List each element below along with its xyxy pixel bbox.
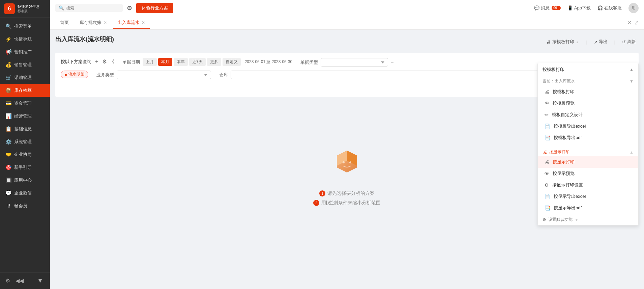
customer-service-label: 在线客服 — [604, 5, 622, 11]
date-btn-this-year[interactable]: 本年 — [174, 58, 188, 66]
refresh-button[interactable]: ↺ 刷新 — [619, 37, 639, 46]
main-area: 🔍 ⚙ 体验行业方案 💬 消息 99+ 📱 App下载 🎧 在线客服 用 — [50, 0, 644, 289]
sidebar-item-operations[interactable]: 📊 经营管理 — [0, 110, 50, 123]
tab-window-btns: ✕ ⤢ — [627, 20, 639, 26]
empty-hint-1-text: 请先选择要分析的方案 — [327, 190, 375, 196]
filter-collapse-button[interactable]: 《 — [110, 59, 114, 65]
date-btn-last7[interactable]: 近7天 — [189, 58, 206, 66]
filter-business-type-select[interactable] — [117, 71, 211, 79]
dropdown-item-display-export-pdf[interactable]: 📑 按显示导出pdf — [538, 202, 638, 214]
search-icon: 🔍 — [5, 23, 11, 29]
dropdown-up-icon[interactable]: ▲ — [630, 67, 634, 72]
dropdown-item-template-export-excel[interactable]: 📄 按模板导出excel — [538, 121, 638, 132]
app-name: 畅捷通好生意 — [18, 4, 40, 9]
app-download-label: App下载 — [574, 5, 591, 11]
dropdown-item-template-custom[interactable]: ✏ 模板自定义设计 — [538, 109, 638, 121]
dropdown-item-display-settings[interactable]: ⚙ 按显示打印设置 — [538, 179, 638, 191]
sidebar-item-search[interactable]: 🔍 搜索菜单 — [0, 20, 50, 33]
dropdown-item-template-print[interactable]: 🖨 按模板打印 — [538, 86, 638, 98]
topbar-search-box[interactable]: 🔍 — [55, 4, 123, 12]
sidebar-item-system-label: 系统管理 — [14, 139, 32, 145]
set-default-icon: ⚙ — [543, 217, 546, 222]
sidebar-item-sales[interactable]: 💰 销售管理 — [0, 58, 50, 71]
set-default-button[interactable]: ⚙ 设置默认功能 ▼ — [543, 217, 579, 222]
sidebar-item-basic-label: 基础信息 — [14, 126, 32, 132]
tab-flow[interactable]: 出入库流水 ✕ — [113, 17, 150, 29]
sidebar-scroll-down[interactable]: ▼ — [36, 276, 45, 286]
industry-solution-button[interactable]: 体验行业方案 — [136, 3, 173, 13]
tab-batch[interactable]: 库存批次账 ✕ — [75, 17, 112, 29]
sidebar-item-wechat[interactable]: 💬 企业微信 — [0, 187, 50, 200]
topbar-search-input[interactable] — [66, 6, 113, 10]
sidebar-item-basic[interactable]: 📋 基础信息 — [0, 123, 50, 135]
filter-bill-type-select[interactable] — [321, 58, 388, 67]
filter-date-range: 2023-06-01 至 2023-06-30 — [245, 59, 292, 65]
basic-icon: 📋 — [5, 126, 11, 132]
tab-flow-close[interactable]: ✕ — [142, 20, 145, 25]
sidebar-item-sales-label: 销售管理 — [14, 62, 32, 68]
dropdown-header: 按模板打印 ▲ — [538, 63, 638, 76]
tab-expand-btn[interactable]: ⤢ — [634, 20, 639, 26]
sidebar-item-finance[interactable]: 💳 资金管理 — [0, 97, 50, 110]
print-dropdown-panel: 按模板打印 ▲ 当前：出入库流水 ▼ 🖨 按模板打印 👁 按模板预览 ✏ — [537, 63, 639, 226]
sidebar-item-shortcut[interactable]: ⚡ 快捷导航 — [0, 33, 50, 46]
message-action[interactable]: 💬 消息 99+ — [534, 5, 561, 11]
display-print-icon: 🖨 — [545, 159, 549, 165]
dropdown-item-display-preview[interactable]: 👁 按显示预览 — [538, 168, 638, 179]
empty-hint-2: 2 用[过滤]条件来缩小分析范围 — [313, 200, 381, 206]
finance-icon: 💳 — [5, 100, 11, 106]
export-button[interactable]: ↗ 导出 — [591, 37, 610, 46]
dropdown-item-template-preview[interactable]: 👁 按模板预览 — [538, 98, 638, 109]
date-btn-more[interactable]: 更多 — [207, 58, 221, 66]
sidebar: 6 畅捷通好生意 标准版 🔍 搜索菜单 ⚡ 快捷导航 📢 营销推广 💰 销售管理… — [0, 0, 50, 289]
template-preview-icon: 👁 — [545, 101, 549, 106]
date-btn-last-month[interactable]: 上月 — [143, 58, 157, 66]
user-avatar-text: 用 — [632, 5, 636, 11]
topbar-gear-icon[interactable]: ⚙ — [127, 4, 132, 12]
print-template-button[interactable]: 🖨 按模板打印 ▲ — [544, 37, 582, 46]
filter-date-label: 单据日期 — [122, 59, 140, 65]
display-section-chevron[interactable]: ▲ — [630, 150, 634, 155]
dropdown-footer: ⚙ 设置默认功能 ▼ — [538, 214, 638, 225]
sidebar-item-guide[interactable]: 🎯 新手引导 — [0, 161, 50, 174]
sidebar-item-system[interactable]: ⚙️ 系统管理 — [0, 135, 50, 148]
customer-service-action[interactable]: 🎧 在线客服 — [597, 5, 622, 11]
display-settings-icon: ⚙ — [545, 182, 549, 188]
app-download-action[interactable]: 📱 App下载 — [567, 5, 591, 11]
sidebar-item-marketing[interactable]: 📢 营销推广 — [0, 46, 50, 58]
export-icon: ↗ — [594, 40, 597, 45]
filter-add-button[interactable]: ＋ — [94, 58, 99, 65]
user-avatar[interactable]: 用 — [628, 3, 639, 13]
tab-close-btn[interactable]: ✕ — [627, 20, 632, 26]
operations-icon: 📊 — [5, 113, 11, 119]
hint-num-1: 1 — [319, 190, 325, 196]
message-badge: 99+ — [552, 6, 561, 10]
filter-chip-icon: ● — [64, 72, 67, 77]
tab-batch-close[interactable]: ✕ — [104, 20, 107, 25]
svg-point-4 — [349, 161, 351, 163]
dropdown-current-chevron[interactable]: ▼ — [630, 79, 634, 84]
print-template-icon: 🖨 — [547, 40, 551, 45]
filter-bill-type-more-icon[interactable]: ··· — [391, 60, 394, 65]
tab-home[interactable]: 首页 — [55, 17, 74, 29]
filter-chip[interactable]: ● 流水明细 — [61, 71, 88, 78]
dropdown-item-template-export-pdf[interactable]: 📑 按模板导出pdf — [538, 132, 638, 143]
date-btn-this-month[interactable]: 本月 — [158, 58, 172, 66]
sidebar-item-apps[interactable]: 🔲 应用中心 — [0, 174, 50, 187]
filter-warehouse-label: 仓库 — [219, 72, 228, 78]
display-export-excel-label: 按显示导出excel — [554, 193, 586, 200]
filter-settings-button[interactable]: ⚙ — [102, 58, 107, 65]
dropdown-item-display-export-excel[interactable]: 📄 按显示导出excel — [538, 191, 638, 202]
collapse-sidebar-icon[interactable]: ◀◀ — [16, 278, 24, 284]
refresh-label: 刷新 — [627, 39, 636, 45]
sidebar-item-member[interactable]: 🎖 畅会员 — [0, 200, 50, 212]
sidebar-item-purchase[interactable]: 🛒 采购管理 — [0, 71, 50, 84]
dropdown-section-display: 🖨 按显示打印 ▲ — [538, 147, 638, 156]
date-btn-custom[interactable]: 自定义 — [223, 58, 241, 66]
settings-bottom-icon[interactable]: ⚙ — [5, 278, 10, 284]
logo-area: 6 畅捷通好生意 标准版 — [0, 0, 50, 18]
dropdown-item-display-print[interactable]: 🖨 按显示打印 — [538, 156, 638, 168]
sidebar-item-inventory[interactable]: 📦 库存核算 — [0, 84, 50, 97]
sales-icon: 💰 — [5, 62, 11, 68]
sidebar-item-collab[interactable]: 🤝 企业协同 — [0, 148, 50, 161]
